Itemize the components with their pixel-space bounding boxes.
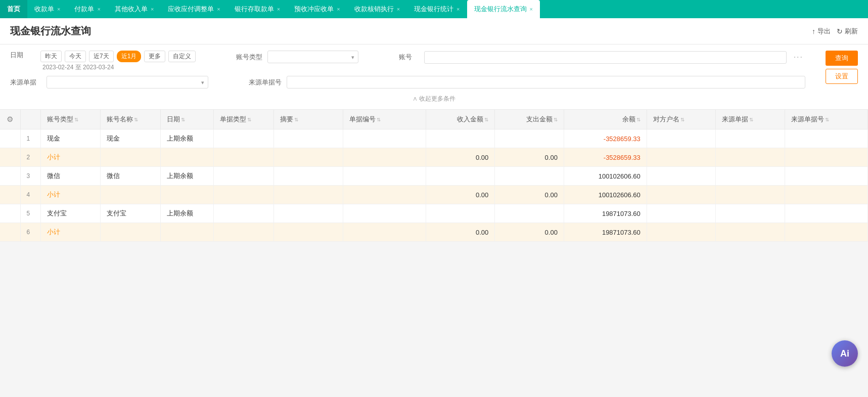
table-col-doc-type[interactable]: 单据类型⇅ (214, 110, 274, 129)
date-btn-today[interactable]: 今天 (65, 51, 86, 62)
row-account-type: 现金 (40, 129, 101, 148)
row-summary (274, 167, 343, 186)
close-tab-0-icon[interactable]: × (57, 0, 60, 18)
nav-tab-5[interactable]: 预收冲应收单 × (287, 0, 347, 18)
table-col-account-name[interactable]: 账号名称⇅ (101, 110, 161, 129)
row-source-doc (716, 223, 785, 242)
row-account-name (101, 186, 161, 204)
close-tab-1-icon[interactable]: × (97, 0, 100, 18)
close-tab-2-icon[interactable]: × (151, 0, 154, 18)
close-tab-6-icon[interactable]: × (397, 0, 400, 18)
table-col-doc-no[interactable]: 单据编号⇅ (343, 110, 426, 129)
table-col-source-doc-no[interactable]: 来源单据号⇅ (785, 110, 868, 129)
source-doc-no-input[interactable] (287, 76, 805, 89)
header-actions: ↑ 导出 ↻ 刷新 (812, 27, 858, 36)
account-type-select[interactable] (267, 51, 358, 63)
close-tab-5-icon[interactable]: × (337, 0, 340, 18)
row-account-name (101, 223, 161, 242)
close-tab-4-icon[interactable]: × (277, 0, 280, 18)
row-account-type: 微信 (40, 167, 101, 186)
nav-tab-1[interactable]: 付款单 × (67, 0, 107, 18)
row-no: 3 (20, 167, 40, 186)
date-range-display: 2023-02-24 至 2023-03-24 (42, 63, 196, 72)
row-income (426, 167, 495, 186)
sort-balance-icon: ⇅ (636, 117, 641, 122)
row-account-type: 支付宝 (40, 204, 101, 223)
sort-counterparty-icon: ⇅ (680, 117, 684, 122)
row-source-doc-no (785, 186, 868, 204)
row-expense: 0.00 (495, 186, 564, 204)
date-btn-1month[interactable]: 近1月 (117, 51, 142, 62)
sort-doc-no-icon: ⇅ (377, 117, 381, 122)
row-summary (274, 148, 343, 167)
table-col-balance[interactable]: 余额⇅ (564, 110, 647, 129)
row-no: 4 (20, 186, 40, 204)
row-source-doc (716, 204, 785, 223)
row-date: 上期余额 (161, 167, 214, 186)
collapse-more-conditions[interactable]: ∧ 收起更多条件 (10, 93, 858, 104)
row-doc-no (343, 186, 426, 204)
account-more-button[interactable]: ··· (792, 51, 805, 64)
table-row: 6 小计 0.00 0.00 19871073.60 (0, 223, 868, 242)
close-tab-8-icon[interactable]: × (530, 0, 533, 18)
account-input[interactable] (424, 51, 786, 64)
table-row: 1 现金 现金 上期余额 -3528659.33 (0, 129, 868, 148)
data-table: ⚙ 账号类型⇅ 账号名称⇅ 日期⇅ 单据类型⇅ 摘要⇅ (0, 110, 868, 242)
table-col-source-doc[interactable]: 来源单据⇅ (716, 110, 785, 129)
row-source-doc (716, 129, 785, 148)
row-doc-type (214, 167, 274, 186)
table-container: ⚙ 账号类型⇅ 账号名称⇅ 日期⇅ 单据类型⇅ 摘要⇅ (0, 110, 868, 242)
row-balance: 19871073.60 (564, 223, 647, 242)
table-col-account-type[interactable]: 账号类型⇅ (40, 110, 101, 129)
row-summary (274, 129, 343, 148)
table-col-expense[interactable]: 支出金额⇅ (495, 110, 564, 129)
source-doc-select[interactable] (47, 76, 208, 89)
row-gear (0, 204, 20, 223)
export-icon: ↑ (812, 27, 815, 35)
right-buttons: 查询 设置 (826, 51, 858, 84)
row-doc-no (343, 204, 426, 223)
sort-summary-icon: ⇅ (294, 117, 298, 122)
row-doc-no (343, 129, 426, 148)
table-col-income[interactable]: 收入金额⇅ (426, 110, 495, 129)
table-col-counterparty[interactable]: 对方户名⇅ (647, 110, 716, 129)
column-settings-icon[interactable]: ⚙ (7, 115, 13, 123)
row-no: 1 (20, 129, 40, 148)
row-balance: 100102606.60 (564, 167, 647, 186)
query-button[interactable]: 查询 (826, 51, 858, 66)
refresh-button[interactable]: ↻ 刷新 (837, 27, 858, 36)
nav-tab-6[interactable]: 收款核销执行 × (347, 0, 407, 18)
row-date: 上期余额 (161, 204, 214, 223)
nav-tab-3[interactable]: 应收应付调整单 × (161, 0, 227, 18)
row-no: 6 (20, 223, 40, 242)
date-btn-yesterday[interactable]: 昨天 (40, 51, 62, 62)
nav-tab-2[interactable]: 其他收入单 × (108, 0, 161, 18)
table-col-summary[interactable]: 摘要⇅ (274, 110, 343, 129)
row-no: 5 (20, 204, 40, 223)
nav-tab-7[interactable]: 现金银行统计 × (407, 0, 467, 18)
date-btn-more[interactable]: 更多 (144, 51, 165, 62)
date-options: 昨天 今天 近7天 近1月 更多 自定义 (40, 51, 196, 62)
row-date (161, 223, 214, 242)
nav-tab-4[interactable]: 银行存取款单 × (227, 0, 287, 18)
settings-button[interactable]: 设置 (826, 69, 858, 84)
sort-source-doc-icon: ⇅ (749, 117, 753, 122)
nav-tab-8[interactable]: 现金银行流水查询 × (467, 0, 540, 18)
close-tab-7-icon[interactable]: × (456, 0, 460, 18)
row-income: 0.00 (426, 148, 495, 167)
nav-tab-0[interactable]: 收款单 × (27, 0, 67, 18)
row-no: 2 (20, 148, 40, 167)
nav-home[interactable]: 首页 (0, 0, 27, 18)
row-counterparty (647, 148, 716, 167)
date-btn-custom[interactable]: 自定义 (168, 51, 196, 62)
row-balance: -3528659.33 (564, 129, 647, 148)
close-tab-3-icon[interactable]: × (217, 0, 220, 18)
table-body: 1 现金 现金 上期余额 -3528659.33 2 小计 0.00 0.00 … (0, 129, 868, 242)
date-btn-7days[interactable]: 近7天 (89, 51, 114, 62)
table-col-date[interactable]: 日期⇅ (161, 110, 214, 129)
row-account-name (101, 148, 161, 167)
sort-date-icon: ⇅ (181, 117, 185, 122)
export-button[interactable]: ↑ 导出 (812, 27, 831, 36)
row-doc-no (343, 148, 426, 167)
row-source-doc-no (785, 204, 868, 223)
